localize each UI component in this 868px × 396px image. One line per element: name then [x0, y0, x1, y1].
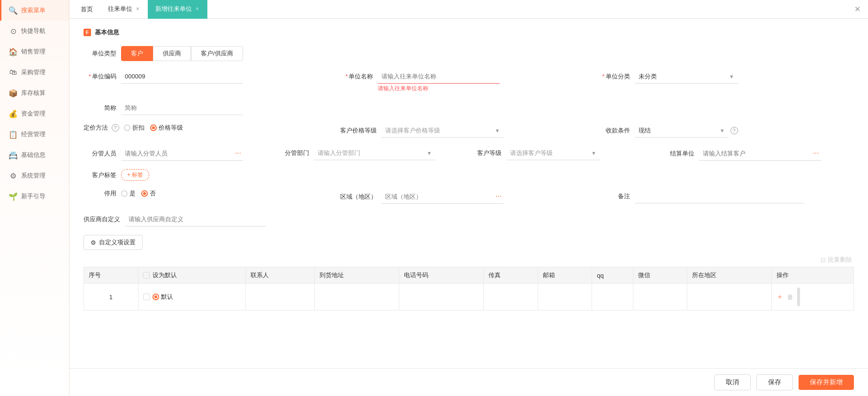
row-checkbox[interactable] [143, 294, 150, 300]
row-default-cell: 默认 [138, 284, 245, 311]
sidebar-item-quick-nav[interactable]: ⊙ 快捷导航 [0, 21, 69, 41]
disabled-yes-radio-outer [121, 190, 128, 197]
unit-name-field: *单位名称 请输入往来单位名称 [340, 70, 597, 93]
notes-input[interactable] [635, 189, 804, 203]
region-more-btn[interactable]: ··· [494, 192, 503, 201]
unit-type-customer-btn[interactable]: 客户 [121, 46, 153, 61]
sidebar-label-finance: 资金管理 [21, 109, 46, 118]
sidebar-item-operations[interactable]: 📋 经营管理 [0, 124, 69, 145]
pricing-level-radio[interactable]: 价格等级 [150, 124, 183, 132]
payment-terms-label: 收款条件 [597, 126, 635, 135]
form-content: F 基本信息 单位类型 客户 供应商 客户/供应商 *单位编 [69, 19, 868, 368]
disabled-row: 停用 是 否 区 [84, 189, 854, 204]
save-button[interactable]: 保存 [756, 374, 793, 390]
add-row-icon[interactable]: ＋ [777, 293, 783, 301]
contacts-table: 序号 设为默认 联系人 到货地址 电话号码 传真 邮箱 qq [84, 267, 854, 311]
region-label: 区域（地区） [340, 193, 381, 201]
payment-terms-select[interactable]: 现结 ▼ [635, 124, 729, 138]
customer-level-label: 客户等级 [469, 149, 506, 157]
window-close-button[interactable]: ✕ [851, 5, 864, 14]
pricing-row: 定价方法 ? 折扣 价格等级 [84, 124, 854, 138]
tab-close-new-unit[interactable]: × [195, 6, 200, 12]
supplier-custom-input[interactable] [125, 212, 266, 226]
customer-level-field: 客户等级 请选择客户等级 ▼ [469, 146, 662, 160]
batch-delete-label[interactable]: 批量删除 [828, 256, 852, 264]
row-default-radio[interactable]: 默认 [152, 293, 173, 301]
unit-category-label: *单位分类 [597, 72, 635, 81]
supervisor-input[interactable] [121, 146, 233, 160]
supervisor-more-btn[interactable]: ··· [233, 149, 243, 157]
supervisor-input-wrapper: ··· [121, 146, 243, 161]
sidebar-label-new-user: 新手引导 [21, 192, 46, 201]
pricing-discount-radio[interactable]: 折扣 [124, 124, 145, 132]
supervisor-field: 分管人员 ··· [84, 146, 276, 161]
region-input[interactable] [381, 189, 494, 203]
sidebar: 🔍 搜索菜单 ⊙ 快捷导航 🏠 销售管理 🛍 采购管理 📦 库存核算 💰 资金管… [0, 0, 69, 396]
row-region [687, 284, 772, 311]
unit-name-input[interactable] [378, 70, 500, 84]
disabled-radio-group: 是 否 [121, 189, 156, 198]
unit-info-row: *单位编码 *单位名称 请输入往来单位名称 *单位分类 [84, 70, 854, 93]
customer-price-level-select[interactable]: 请选择客户价格等级 ▼ [381, 124, 503, 138]
col-fax: 传真 [483, 267, 538, 284]
unit-code-input[interactable] [121, 70, 243, 84]
tab-new-unit[interactable]: 新增往来单位 × [148, 0, 207, 19]
disabled-no-radio[interactable]: 否 [141, 189, 156, 198]
department-arrow: ▼ [427, 150, 432, 156]
delete-row-icon[interactable]: 🗑 [787, 293, 793, 301]
customer-level-select[interactable]: 请选择客户等级 ▼ [506, 146, 600, 160]
col-action: 操作 [772, 267, 854, 284]
row-contact [245, 284, 315, 311]
unit-category-select[interactable]: 未分类 ▼ [635, 70, 738, 84]
tab-close-unit-list[interactable]: × [135, 6, 140, 12]
disabled-label: 停用 [84, 189, 121, 198]
region-input-wrapper: ··· [381, 189, 503, 204]
cancel-button[interactable]: 取消 [714, 374, 751, 390]
settlement-unit-more-btn[interactable]: ··· [811, 149, 821, 157]
sidebar-label-basic-info: 基础信息 [21, 151, 46, 159]
sidebar-item-system[interactable]: ⚙ 系统管理 [0, 165, 69, 186]
pricing-method-help-icon[interactable]: ? [112, 124, 119, 132]
sidebar-item-purchase[interactable]: 🛍 采购管理 [0, 62, 69, 83]
custom-settings-button[interactable]: ⚙ 自定义项设置 [84, 235, 143, 250]
supervisor-label: 分管人员 [84, 149, 121, 158]
disabled-field: 停用 是 否 [84, 189, 340, 198]
sidebar-item-new-user[interactable]: 🌱 新手引导 [0, 186, 69, 207]
tab-home[interactable]: 首页 [73, 0, 100, 19]
row-actions: ＋ 🗑 [772, 284, 854, 311]
col-address: 到货地址 [315, 267, 399, 284]
unit-type-both-btn[interactable]: 客户/供应商 [191, 46, 243, 61]
scroll-handle[interactable] [797, 287, 800, 306]
sidebar-item-inventory[interactable]: 📦 库存核算 [0, 83, 69, 103]
pricing-discount-radio-outer [124, 124, 130, 131]
table-row: 1 默认 [84, 284, 854, 311]
row-wechat [633, 284, 687, 311]
sidebar-item-sales[interactable]: 🏠 销售管理 [0, 41, 69, 62]
unit-type-supplier-btn[interactable]: 供应商 [153, 46, 191, 61]
select-all-checkbox[interactable] [143, 272, 150, 279]
customer-price-level-label: 客户价格等级 [340, 126, 381, 135]
sidebar-item-search[interactable]: 🔍 搜索菜单 [0, 0, 69, 21]
quick-nav-icon: ⊙ [9, 27, 17, 35]
payment-terms-field: 收款条件 现结 ▼ ? [597, 124, 854, 138]
tab-unit-list[interactable]: 往来单位 × [100, 0, 148, 19]
unit-category-field: *单位分类 未分类 ▼ [597, 70, 854, 84]
department-field: 分管部门 请输入分管部门 ▼ [276, 146, 469, 160]
sidebar-item-basic-info[interactable]: 📇 基础信息 [0, 145, 69, 165]
disabled-yes-radio[interactable]: 是 [121, 189, 136, 198]
settlement-unit-input[interactable] [699, 146, 811, 160]
batch-delete-area: ⊡ 批量删除 [84, 256, 854, 264]
pricing-method-field: 定价方法 ? 折扣 价格等级 [84, 124, 340, 132]
save-new-button[interactable]: 保存并新增 [799, 375, 854, 390]
unit-type-label: 单位类型 [84, 49, 121, 58]
add-tag-button[interactable]: + 标签 [121, 169, 149, 181]
short-name-input[interactable] [121, 101, 243, 115]
row-email [538, 284, 592, 311]
payment-terms-help-icon[interactable]: ? [731, 127, 738, 134]
sidebar-label-system: 系统管理 [21, 171, 46, 180]
department-select[interactable]: 请输入分管部门 ▼ [314, 146, 436, 160]
main-area: 首页 往来单位 × 新增往来单位 × ✕ F 基本信息 单位类型 客户 [69, 0, 868, 396]
customer-tags-row: 客户标签 + 标签 [84, 169, 854, 181]
sidebar-item-finance[interactable]: 💰 资金管理 [0, 103, 69, 124]
row-no: 1 [84, 284, 138, 311]
